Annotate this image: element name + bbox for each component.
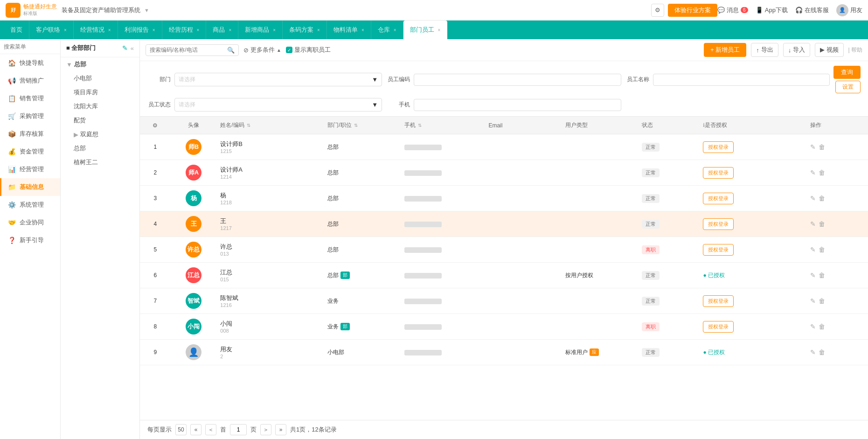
auth-login-button[interactable]: 授权登录 — [703, 321, 734, 333]
sidebar-item-inventory[interactable]: 📦 库存核算 — [0, 125, 60, 143]
tab-customer[interactable]: 客户联络 × — [29, 21, 74, 39]
col-dept[interactable]: 部门/职位 ⇅ — [324, 117, 400, 134]
empname-input[interactable] — [653, 74, 830, 86]
app-download-btn[interactable]: 📱 App下载 — [756, 6, 788, 14]
row-dept: 总部 — [324, 211, 400, 237]
sidebar-item-finance[interactable]: 💰 资金管理 — [0, 143, 60, 160]
service-icon: 🎧 — [795, 7, 803, 14]
first-page-btn[interactable]: « — [190, 424, 201, 435]
auth-login-button[interactable]: 授权登录 — [703, 193, 734, 204]
row-name: 设计师B1215 — [216, 134, 324, 160]
table-row: 4王王1217总部正常授权登录✎🗑 — [140, 211, 868, 237]
search-button[interactable]: 查询 — [833, 66, 861, 79]
delete-button[interactable]: 🗑 — [819, 348, 825, 356]
tab-warehouse[interactable]: 仓库 × — [371, 21, 403, 39]
set-button[interactable]: 设置 — [835, 81, 861, 93]
row-email — [485, 237, 561, 263]
sidebar-item-collab[interactable]: 🤝 企业协同 — [0, 214, 60, 231]
edit-button[interactable]: ✎ — [810, 220, 816, 228]
tab-goods[interactable]: 商品 × — [206, 21, 238, 39]
delete-button[interactable]: 🗑 — [819, 220, 825, 228]
dept-item-xmkf[interactable]: 项目库房 — [61, 85, 139, 99]
delete-button[interactable]: 🗑 — [819, 169, 825, 176]
dept-collapse-icon[interactable]: « — [131, 45, 134, 52]
edit-button[interactable]: ✎ — [810, 272, 816, 279]
total-label: 共1页，12条记录 — [290, 425, 337, 434]
add-employee-button[interactable]: + 新增员工 — [704, 43, 746, 57]
tab-operations[interactable]: 经营情况 × — [74, 21, 118, 39]
prev-page-btn[interactable]: ＜ — [205, 424, 216, 435]
sidebar-item-purchase[interactable]: 🛒 采购管理 — [0, 107, 60, 125]
dept-item-zongbu2[interactable]: 总部 — [61, 141, 139, 155]
sidebar-item-nav[interactable]: 🏠 快捷导航 — [0, 54, 60, 72]
col-name[interactable]: 姓名/编码 ⇅ — [216, 117, 324, 134]
delete-button[interactable]: 🗑 — [819, 195, 825, 202]
status-select-arrow: ▼ — [372, 101, 378, 108]
col-settings[interactable]: ⚙ — [140, 117, 171, 134]
edit-button[interactable]: ✎ — [810, 246, 816, 253]
auth-login-button[interactable]: 授权登录 — [703, 295, 734, 307]
dept-item-zongbu[interactable]: ▼ 总部 — [61, 57, 139, 71]
dept-item-zhishu[interactable]: 植树王二 — [61, 155, 139, 169]
dept-item-xiaodianbw[interactable]: 小电部 — [61, 71, 139, 85]
inventory-icon: 📦 — [8, 130, 16, 138]
tab-new-goods[interactable]: 新增商品 × — [238, 21, 283, 39]
view-button[interactable]: ▶ 视频 — [815, 43, 843, 57]
edit-button[interactable]: ✎ — [810, 323, 816, 330]
row-email — [485, 340, 561, 365]
tab-employees[interactable]: 部门员工 × — [403, 21, 448, 39]
auth-login-button[interactable]: 授权登录 — [703, 218, 734, 230]
help-text[interactable]: | 帮助 — [848, 46, 862, 54]
edit-button[interactable]: ✎ — [810, 348, 816, 356]
phone-input[interactable] — [414, 99, 621, 111]
tab-profit[interactable]: 利润报告 × — [118, 21, 162, 39]
tab-bom[interactable]: 物料清单 × — [327, 21, 371, 39]
edit-button[interactable]: ✎ — [810, 143, 816, 151]
import-button[interactable]: ↓ 导入 — [783, 43, 811, 57]
search-icon[interactable]: 🔍 — [227, 47, 235, 54]
service-btn[interactable]: 🎧 在线客服 — [795, 6, 829, 14]
col-phone[interactable]: 手机 ⇅ — [401, 117, 485, 134]
sidebar-item-sales[interactable]: 📋 销售管理 — [0, 90, 60, 107]
search-input[interactable] — [150, 47, 224, 53]
user-menu[interactable]: 👤 用友 — [836, 4, 862, 16]
delete-button[interactable]: 🗑 — [819, 246, 825, 253]
trial-button[interactable]: 体验行业方案 — [668, 4, 717, 17]
tab-home[interactable]: 首页 — [4, 21, 29, 39]
sidebar-item-ops[interactable]: 📊 经营管理 — [0, 160, 60, 178]
sidebar-item-basic[interactable]: 📁 基础信息 — [0, 178, 60, 196]
last-page-btn[interactable]: » — [275, 424, 286, 435]
tab-history[interactable]: 经营历程 × — [162, 21, 207, 39]
page-input[interactable] — [230, 424, 247, 435]
sidebar-item-marketing[interactable]: 📢 营销推广 — [0, 72, 60, 90]
auth-login-button[interactable]: 授权登录 — [703, 244, 734, 256]
show-resigned-toggle[interactable]: ✓ 显示离职员工 — [286, 46, 331, 54]
delete-button[interactable]: 🗑 — [819, 297, 825, 305]
edit-button[interactable]: ✎ — [810, 297, 816, 305]
delete-button[interactable]: 🗑 — [819, 272, 825, 279]
delete-button[interactable]: 🗑 — [819, 323, 825, 330]
auth-login-button[interactable]: 授权登录 — [703, 141, 734, 153]
dept-edit-icon[interactable]: ✎ — [122, 44, 128, 52]
export-button[interactable]: ↑ 导出 — [751, 43, 778, 57]
dept-item-syddk[interactable]: 沈阳大库 — [61, 99, 139, 113]
auth-login-button[interactable]: 授权登录 — [703, 167, 734, 179]
next-page-btn[interactable]: ＞ — [260, 424, 271, 435]
sidebar-item-guide[interactable]: ❓ 新手引导 — [0, 231, 60, 249]
sidebar-item-system[interactable]: ⚙️ 系统管理 — [0, 196, 60, 214]
empstatus-select[interactable]: 请选择 ▼ — [174, 98, 382, 111]
empcode-input[interactable] — [414, 74, 621, 86]
edit-button[interactable]: ✎ — [810, 169, 816, 176]
dept-item-shuangtingx[interactable]: ▶ 双庭想 — [61, 127, 139, 141]
gear-button[interactable]: ⚙ — [651, 4, 664, 17]
message-btn[interactable]: 💬 消息 6 — [717, 6, 748, 14]
employee-table-container: ⚙ 头像 姓名/编码 ⇅ 部门/职位 ⇅ 手机 ⇅ Email 用户类型 状态 … — [140, 117, 868, 420]
delete-button[interactable]: 🗑 — [819, 143, 825, 151]
dept-item-peihuo[interactable]: 配货 — [61, 113, 139, 127]
dept-select[interactable]: 请选择 ▼ — [174, 73, 382, 86]
edit-button[interactable]: ✎ — [810, 195, 816, 202]
sidebar-search-input[interactable] — [4, 43, 61, 50]
more-conditions-btn[interactable]: ⊘ 更多条件 ▲ — [243, 46, 281, 54]
per-page-value[interactable]: 50 — [175, 424, 187, 435]
tab-barcode[interactable]: 条码方案 × — [283, 21, 327, 39]
